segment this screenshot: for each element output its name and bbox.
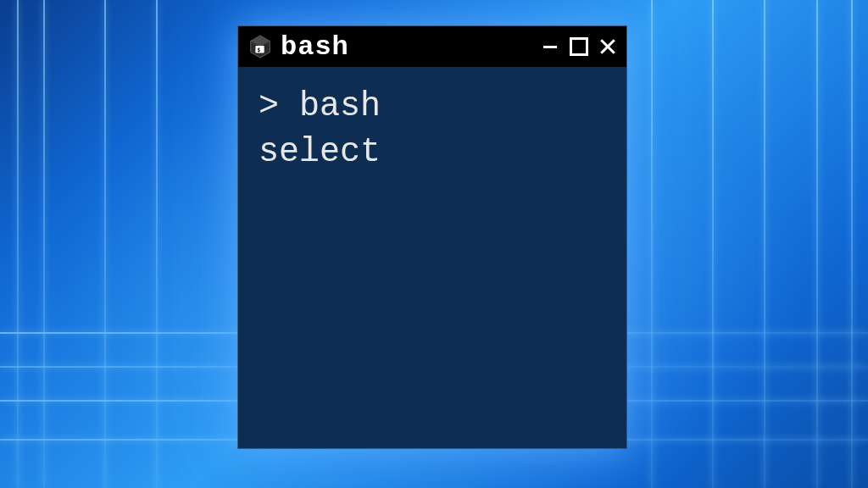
svg-text:$: $ [257,47,260,53]
prompt-symbol: > [259,87,299,125]
minimize-button[interactable] [540,36,560,57]
command-text: bash [299,87,381,125]
bash-terminal-icon: $ [247,33,274,60]
close-button[interactable] [598,36,618,57]
command-continuation: select [259,133,381,171]
terminal-body[interactable]: > bash select [238,67,626,448]
window-controls [540,36,618,57]
terminal-line-1: > bash [259,84,606,130]
maximize-button[interactable] [569,36,589,57]
terminal-window: $ bash > bash select [237,25,627,449]
window-titlebar[interactable]: $ bash [238,26,626,67]
terminal-line-2: select [259,130,606,175]
window-title: bash [281,31,533,63]
